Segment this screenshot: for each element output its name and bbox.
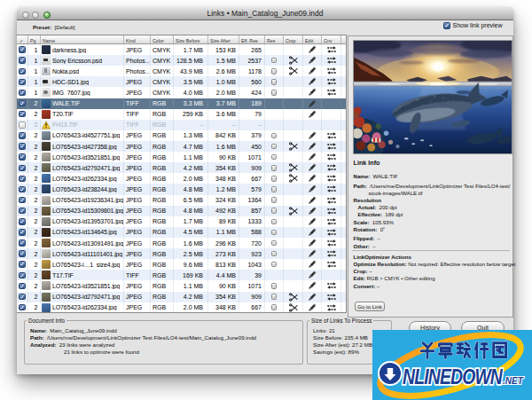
svg-text:.NET: .NET [503,376,524,386]
svg-text:NLINEDOWN: NLINEDOWN [403,365,503,388]
